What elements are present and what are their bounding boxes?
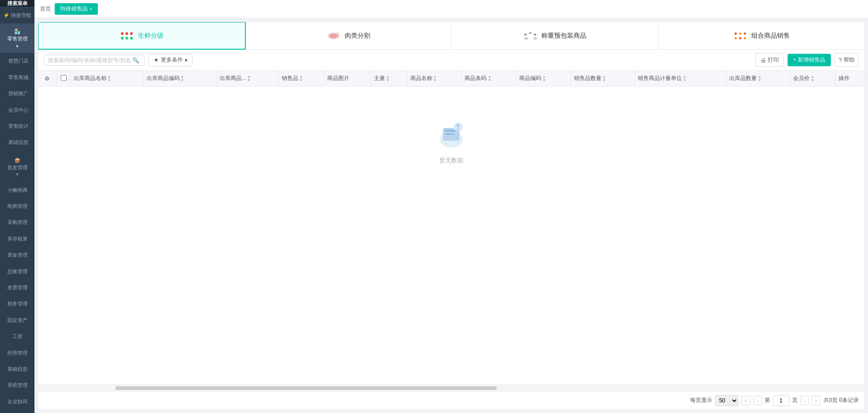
per-page-select[interactable]: 50 10 20 100 <box>715 395 738 406</box>
svg-point-0 <box>121 32 124 35</box>
sidebar-item-member-center[interactable]: 会员中心 <box>0 102 34 118</box>
horizontal-scrollbar-thumb[interactable] <box>115 386 497 390</box>
add-sale-item-label: + 新增销售品 <box>793 56 825 64</box>
retail-label: 零售管理 <box>7 35 28 42</box>
sidebar-item-basic-info-retail[interactable]: 基础信息 <box>0 134 34 150</box>
tab-weigh-prepack[interactable]: 称重预包装商品 <box>452 22 658 49</box>
topbar-home[interactable]: 首页 <box>40 5 51 13</box>
help-icon: ? <box>839 57 842 63</box>
add-sale-item-button[interactable]: + 新增销售品 <box>788 54 831 66</box>
th-sale-unit[interactable]: 销售商品计量单位▲▼ <box>635 71 726 86</box>
tab-fresh-grade-label: 生鲜分级 <box>138 32 164 40</box>
th-out-name[interactable]: 出库商品名称▲▼ <box>70 71 143 86</box>
wholesale-label: 批发管理 <box>7 164 28 171</box>
sidebar-item-beginner-guide[interactable]: 💡 新手引导 <box>0 410 34 413</box>
search-input[interactable] <box>48 57 130 63</box>
first-page-button[interactable]: « <box>741 396 751 405</box>
sidebar-item-ecom-mgmt[interactable]: 电商管理 <box>0 198 34 214</box>
sort-arrows-member-price: ▲▼ <box>811 75 814 82</box>
th-name[interactable]: 商品名称▲▼ <box>407 71 462 86</box>
search-box[interactable]: 🔍 <box>44 55 145 66</box>
th-member-price[interactable]: 会员价▲▼ <box>790 71 836 86</box>
svg-point-3 <box>121 37 124 40</box>
sidebar-item-fixed-assets[interactable]: 固定资产 <box>0 312 34 328</box>
sidebar-item-retail-stats[interactable]: 零售统计 <box>0 118 34 134</box>
sidebar-item-supervise-store[interactable]: 督慧门店 <box>0 53 34 69</box>
next-page-button[interactable]: › <box>800 396 809 405</box>
th-image[interactable]: 商品图片 <box>324 71 371 86</box>
topbar-tab-close[interactable]: × <box>90 6 92 11</box>
fresh-grade-icon <box>119 30 134 41</box>
select-all-checkbox[interactable] <box>61 75 67 81</box>
sidebar-item-wholesale-mgmt[interactable]: 📦 批发管理 ▼ <box>0 153 34 182</box>
th-out-code[interactable]: 出库商品编码▲▼ <box>143 71 216 86</box>
system-mgmt-label: 系统管理 <box>7 382 28 388</box>
topbar-tab-special-sales[interactable]: 特殊销售品 × <box>55 3 98 15</box>
sidebar-item-invoice-mgmt[interactable]: 发票管理 <box>0 280 34 296</box>
toolbar-right: 🖨 打印 + 新增销售品 ? 帮助 <box>755 53 859 67</box>
sidebar-item-system-mgmt[interactable]: 系统管理 <box>0 377 34 393</box>
retail-stats-label: 零售统计 <box>8 123 28 129</box>
last-page-button[interactable]: » <box>811 396 821 405</box>
sidebar-item-retail-mall[interactable]: 零售商城 <box>0 69 34 86</box>
table-header-row: ⚙ 出库商品名称▲▼ 出库商品编码▲▼ 出库商品...▲▼ 销售品▲▼ 商品图片… <box>38 71 864 86</box>
ecom-mgmt-label: 电商管理 <box>7 203 28 209</box>
th-main-qty[interactable]: 主量▲▼ <box>371 71 408 86</box>
th-out-spec[interactable]: 出库商品...▲▼ <box>216 71 279 86</box>
sidebar-item-operations-mgmt[interactable]: 经营管理 <box>0 345 34 361</box>
print-label: 打印 <box>768 56 779 64</box>
th-settings[interactable]: ⚙ <box>38 71 57 86</box>
sidebar-item-marketing[interactable]: 营销推广 <box>0 86 34 102</box>
sort-arrows-sale-item: ▲▼ <box>299 75 303 82</box>
help-label: 帮助 <box>844 56 855 64</box>
th-code[interactable]: 商品编码▲▼ <box>516 71 571 86</box>
basic-info-retail-label: 基础信息 <box>8 139 28 145</box>
toolbar: 🔍 ▼ 更多条件 ▾ 🖨 打印 + 新增销售品 ? 帮助 <box>38 50 864 71</box>
per-page-label: 每页显示 <box>690 396 712 404</box>
sidebar: 搜索菜单 ⚡ 快捷导航 🏪 零售管理 ▲ 督慧门店 零售商城 营销推广 会员中心… <box>0 0 34 413</box>
th-barcode[interactable]: 商品条码▲▼ <box>462 71 516 86</box>
th-sale-item[interactable]: 销售品▲▼ <box>279 71 324 86</box>
search-icon[interactable]: 🔍 <box>132 57 139 63</box>
sidebar-item-enterprise-collab[interactable]: 企业协同 <box>0 394 34 410</box>
prev-page-button[interactable]: ‹ <box>754 396 762 405</box>
help-button[interactable]: ? 帮助 <box>834 53 859 67</box>
sidebar-item-payroll[interactable]: 工资 <box>0 328 34 344</box>
horizontal-scrollbar[interactable] <box>38 384 864 391</box>
basic-info-2-label: 基础信息 <box>7 366 28 372</box>
svg-line-12 <box>526 33 531 34</box>
svg-point-5 <box>130 37 133 40</box>
sidebar-item-retail-mgmt[interactable]: 🏪 零售管理 ▲ <box>0 23 34 53</box>
sidebar-item-quick-nav[interactable]: ⚡ 快捷导航 <box>0 7 34 23</box>
sidebar-item-ledger[interactable]: 总账管理 <box>0 264 34 280</box>
svg-point-27 <box>456 124 460 127</box>
th-out-qty[interactable]: 出库品数量▲▼ <box>726 71 790 86</box>
svg-point-11 <box>534 34 536 35</box>
sort-arrows-out-name: ▲▼ <box>108 75 111 82</box>
sidebar-item-tax-mgmt[interactable]: 税务管理 <box>0 296 34 312</box>
th-sale-qty[interactable]: 销售品数量▲▼ <box>571 71 635 86</box>
small-ecom-label: 小畅电商 <box>7 187 28 193</box>
filter-button[interactable]: ▼ 更多条件 ▾ <box>148 54 193 66</box>
table-container: ⚙ 出库商品名称▲▼ 出库商品编码▲▼ 出库商品...▲▼ 销售品▲▼ 商品图片… <box>38 71 864 384</box>
th-checkbox[interactable] <box>57 71 70 86</box>
sidebar-item-finance[interactable]: 资金管理 <box>0 247 34 263</box>
sidebar-item-basic-info-2[interactable]: 基础信息 <box>0 361 34 377</box>
total-records: 共0页 0条记录 <box>823 396 859 404</box>
sidebar-logo-text: 搜索菜单 <box>7 0 28 7</box>
sort-arrows-out-qty: ▲▼ <box>758 75 761 82</box>
tax-mgmt-label: 税务管理 <box>7 301 28 306</box>
enterprise-collab-label: 企业协同 <box>7 399 28 404</box>
tab-fresh-grade[interactable]: 生鲜分级 <box>38 22 246 50</box>
page-input[interactable] <box>773 395 789 406</box>
ledger-label: 总账管理 <box>7 269 28 274</box>
sidebar-item-purchase-mgmt[interactable]: 采购管理 <box>0 214 34 230</box>
tab-meat-cut[interactable]: 肉类分割 <box>245 22 452 49</box>
print-button[interactable]: 🖨 打印 <box>755 53 784 67</box>
sidebar-item-inventory[interactable]: 库存核算 <box>0 231 34 247</box>
sidebar-logo[interactable]: 搜索菜单 <box>0 0 34 7</box>
tab-combo-sales[interactable]: 组合商品销售 <box>658 22 865 49</box>
sidebar-item-small-ecom[interactable]: 小畅电商 <box>0 182 34 198</box>
empty-state: 暂无数据 <box>38 86 864 192</box>
sort-arrows-out-spec: ▲▼ <box>247 75 251 82</box>
